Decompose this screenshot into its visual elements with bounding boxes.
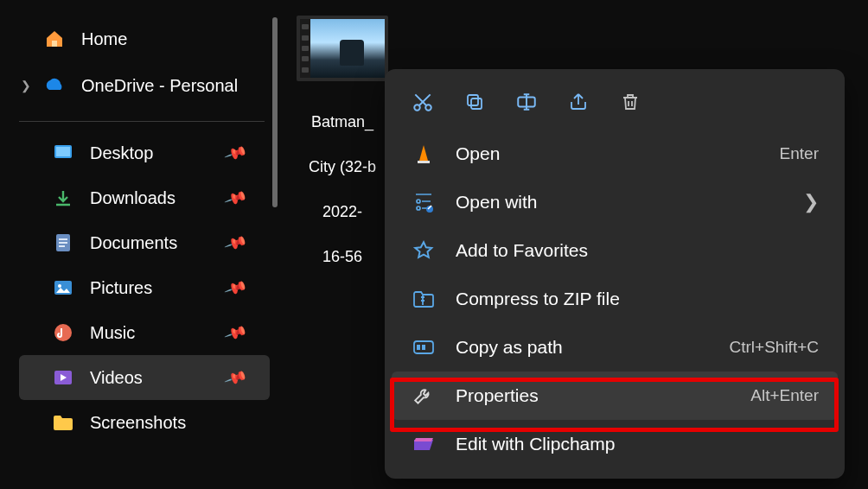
sidebar-item-videos[interactable]: Videos 📌 bbox=[19, 355, 270, 400]
menu-item-label: Properties bbox=[456, 385, 539, 406]
pin-icon: 📌 bbox=[223, 185, 248, 210]
svg-rect-1 bbox=[56, 147, 70, 156]
sidebar-item-label: OneDrive - Personal bbox=[81, 76, 238, 96]
menu-item-label: Compress to ZIP file bbox=[456, 289, 620, 309]
svg-point-8 bbox=[54, 324, 72, 341]
menu-item-label: Copy as path bbox=[456, 337, 563, 358]
svg-rect-20 bbox=[417, 345, 420, 350]
menu-item-label: Add to Favorites bbox=[456, 240, 588, 261]
sidebar-item-label: Videos bbox=[90, 368, 143, 388]
open-with-icon bbox=[411, 189, 437, 215]
wrench-icon bbox=[411, 383, 437, 409]
desktop-icon bbox=[52, 142, 74, 164]
zip-icon bbox=[411, 286, 437, 312]
downloads-icon bbox=[52, 187, 74, 209]
pin-icon: 📌 bbox=[223, 140, 248, 165]
menu-item-shortcut: Ctrl+Shift+C bbox=[730, 338, 819, 357]
music-icon bbox=[52, 321, 74, 344]
menu-item-label: Open bbox=[456, 143, 500, 164]
copy-path-icon bbox=[411, 334, 437, 360]
sidebar-item-onedrive[interactable]: ❯ OneDrive - Personal bbox=[19, 62, 270, 109]
file-name-label: Batman_ City (32-b 2022- 16-56 bbox=[294, 88, 391, 268]
documents-icon bbox=[52, 232, 74, 254]
navigation-sidebar: Home ❯ OneDrive - Personal Desktop 📌 Dow… bbox=[0, 0, 277, 489]
pin-icon: 📌 bbox=[223, 320, 248, 345]
svg-rect-21 bbox=[422, 345, 425, 350]
svg-rect-15 bbox=[418, 161, 430, 163]
sidebar-item-label: Downloads bbox=[90, 188, 176, 208]
pin-icon: 📌 bbox=[223, 230, 248, 255]
star-icon bbox=[411, 238, 437, 264]
svg-rect-13 bbox=[468, 95, 478, 105]
svg-rect-4 bbox=[59, 242, 67, 244]
videos-icon bbox=[52, 366, 74, 389]
chevron-right-icon: ❯ bbox=[21, 79, 31, 92]
sidebar-scrollbar[interactable] bbox=[272, 17, 278, 207]
clipchamp-icon bbox=[411, 431, 437, 457]
svg-point-11 bbox=[425, 105, 431, 111]
pin-icon: 📌 bbox=[223, 365, 248, 390]
onedrive-icon bbox=[43, 74, 66, 97]
share-icon[interactable] bbox=[565, 88, 592, 116]
copy-icon[interactable] bbox=[461, 88, 488, 116]
file-item-video[interactable]: Batman_ City (32-b 2022- 16-56 bbox=[294, 16, 391, 268]
chevron-right-icon: ❯ bbox=[803, 191, 819, 213]
folder-icon bbox=[52, 411, 74, 434]
menu-item-open[interactable]: Open Enter bbox=[392, 130, 838, 178]
menu-item-open-with[interactable]: Open with ❯ bbox=[392, 178, 838, 226]
svg-point-17 bbox=[417, 206, 420, 210]
sidebar-item-screenshots[interactable]: Screenshots bbox=[19, 400, 270, 445]
sidebar-item-label: Pictures bbox=[90, 278, 152, 298]
svg-rect-5 bbox=[59, 245, 65, 247]
sidebar-separator bbox=[19, 121, 265, 122]
menu-item-add-favorites[interactable]: Add to Favorites bbox=[392, 226, 838, 275]
sidebar-item-home[interactable]: Home bbox=[19, 16, 270, 62]
video-thumbnail bbox=[297, 16, 388, 81]
sidebar-item-label: Music bbox=[90, 323, 135, 343]
cut-icon[interactable] bbox=[409, 88, 437, 116]
menu-item-label: Edit with Clipchamp bbox=[456, 434, 615, 454]
sidebar-item-music[interactable]: Music 📌 bbox=[19, 310, 270, 355]
svg-rect-3 bbox=[59, 238, 67, 240]
menu-item-properties[interactable]: Properties Alt+Enter bbox=[392, 372, 838, 420]
sidebar-item-desktop[interactable]: Desktop 📌 bbox=[19, 130, 270, 175]
context-menu: Open Enter Open with ❯ Add to Favorites … bbox=[385, 69, 845, 479]
film-strip-icon bbox=[300, 19, 310, 78]
menu-item-shortcut: Alt+Enter bbox=[750, 386, 819, 405]
content-area: Batman_ City (32-b 2022- 16-56 bbox=[294, 16, 391, 268]
svg-rect-12 bbox=[471, 98, 482, 109]
sidebar-item-label: Screenshots bbox=[90, 413, 186, 433]
svg-point-16 bbox=[417, 200, 420, 203]
sidebar-item-documents[interactable]: Documents 📌 bbox=[19, 220, 270, 265]
vlc-icon bbox=[411, 141, 437, 167]
menu-item-label: Open with bbox=[456, 192, 538, 213]
sidebar-item-downloads[interactable]: Downloads 📌 bbox=[19, 175, 270, 220]
svg-point-10 bbox=[414, 105, 420, 111]
sidebar-item-pictures[interactable]: Pictures 📌 bbox=[19, 265, 270, 310]
menu-item-shortcut: Enter bbox=[780, 144, 819, 163]
pin-icon: 📌 bbox=[223, 275, 248, 300]
menu-item-copy-path[interactable]: Copy as path Ctrl+Shift+C bbox=[392, 323, 838, 372]
pictures-icon bbox=[52, 276, 74, 299]
delete-icon[interactable] bbox=[616, 88, 644, 116]
menu-item-compress-zip[interactable]: Compress to ZIP file bbox=[392, 275, 838, 323]
sidebar-item-label: Home bbox=[81, 29, 127, 49]
sidebar-item-label: Desktop bbox=[90, 143, 153, 163]
svg-point-7 bbox=[58, 284, 61, 288]
menu-item-edit-clipchamp[interactable]: Edit with Clipchamp bbox=[392, 420, 838, 468]
home-icon bbox=[43, 28, 66, 50]
context-menu-toolbar bbox=[392, 76, 838, 130]
rename-icon[interactable] bbox=[513, 88, 540, 116]
sidebar-item-label: Documents bbox=[90, 233, 177, 253]
